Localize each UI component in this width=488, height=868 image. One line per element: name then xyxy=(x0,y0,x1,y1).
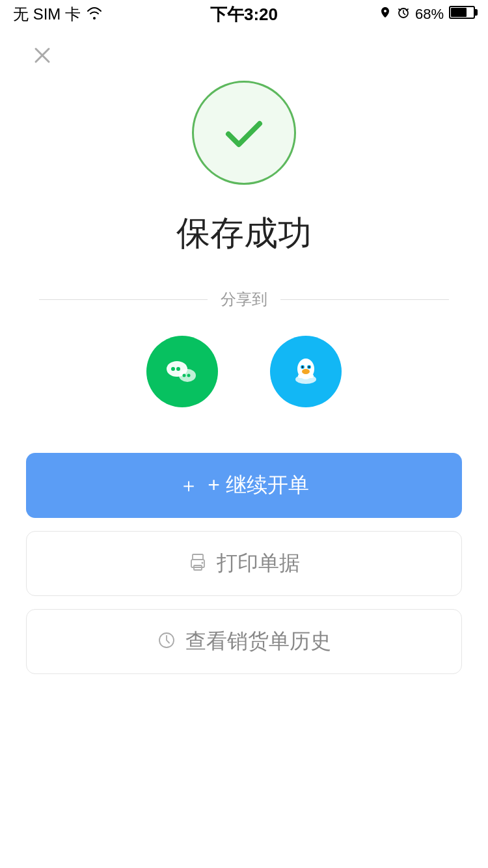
svg-point-14 xyxy=(302,369,310,374)
print-label: 打印单据 xyxy=(217,549,300,578)
printer-icon xyxy=(188,552,208,575)
history-icon xyxy=(157,631,176,653)
history-label: 查看销货单历史 xyxy=(185,627,331,656)
continue-button[interactable]: ＋ + 继续开单 xyxy=(26,453,462,518)
share-divider: 分享到 xyxy=(0,289,488,310)
share-label: 分享到 xyxy=(221,289,267,310)
wifi-icon xyxy=(86,5,103,23)
battery-icon xyxy=(449,6,475,23)
qq-share-button[interactable] xyxy=(270,336,342,407)
action-buttons: ＋ + 继续开单 打印单据 查看销货单历 xyxy=(0,453,488,674)
plus-icon: ＋ xyxy=(179,476,198,495)
location-icon xyxy=(379,6,392,23)
status-left: 无 SIM 卡 xyxy=(13,4,103,25)
no-sim-label: 无 SIM 卡 xyxy=(13,4,81,25)
divider-line-left xyxy=(39,299,208,300)
status-bar: 无 SIM 卡 下午3:20 68% xyxy=(0,0,488,29)
svg-point-5 xyxy=(176,367,180,371)
continue-label: + 继续开单 xyxy=(208,471,309,500)
svg-point-4 xyxy=(171,367,175,371)
success-icon-circle xyxy=(192,81,296,185)
history-button[interactable]: 查看销货单历史 xyxy=(26,609,462,674)
status-time: 下午3:20 xyxy=(210,3,278,26)
divider-line-right xyxy=(280,299,449,300)
svg-rect-18 xyxy=(193,554,203,560)
battery-percent: 68% xyxy=(415,6,444,23)
alarm-icon xyxy=(397,6,410,23)
main-content: 保存成功 分享到 xyxy=(0,29,488,674)
svg-point-13 xyxy=(308,366,310,368)
svg-rect-16 xyxy=(298,374,303,378)
svg-rect-17 xyxy=(308,374,314,378)
close-button[interactable] xyxy=(26,39,59,72)
wechat-share-button[interactable] xyxy=(146,336,218,407)
svg-point-7 xyxy=(183,374,186,377)
svg-point-21 xyxy=(202,562,204,563)
status-right: 68% xyxy=(379,6,475,23)
success-title: 保存成功 xyxy=(176,211,312,256)
share-row xyxy=(146,336,342,407)
svg-point-12 xyxy=(302,366,304,368)
print-button[interactable]: 打印单据 xyxy=(26,531,462,596)
svg-point-8 xyxy=(187,374,191,377)
